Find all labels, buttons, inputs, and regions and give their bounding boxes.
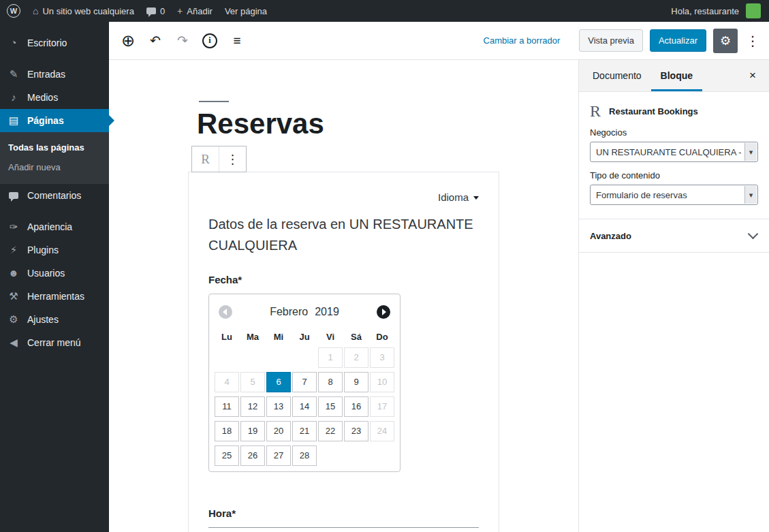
- calendar-day-21[interactable]: 21: [292, 421, 317, 441]
- comments-menu[interactable]: 0: [146, 6, 165, 16]
- home-icon: ⌂: [33, 5, 38, 16]
- sidebar-item-label: Medios: [27, 91, 58, 104]
- view-page-menu[interactable]: Ver página: [225, 6, 267, 16]
- weekday-label: Vi: [318, 330, 343, 345]
- sidebar-item-herramientas[interactable]: ⚒Herramientas: [0, 285, 109, 308]
- update-button[interactable]: Actualizar: [650, 29, 706, 52]
- select-negocios[interactable]: UN RESTAURANTE CUALQUIERA - C▾: [590, 142, 758, 162]
- select-value: UN RESTAURANTE CUALQUIERA - C: [596, 147, 741, 157]
- calendar-day-6[interactable]: 6: [266, 372, 291, 392]
- block-card: R Restaurant Bookings: [590, 103, 758, 119]
- wordpress-menu[interactable]: W: [7, 4, 20, 18]
- pin-icon: ✎: [7, 68, 20, 80]
- calendar-day-25[interactable]: 25: [215, 445, 239, 466]
- calendar-day-12[interactable]: 12: [240, 396, 265, 417]
- calendar-day-11[interactable]: 11: [215, 396, 239, 417]
- sidebar-item-label: Entradas: [27, 68, 65, 80]
- calendar-day-28[interactable]: 28: [292, 445, 317, 466]
- weekday-label: Mi: [266, 330, 291, 345]
- calendar-empty-cell: [266, 347, 291, 368]
- submenu-item-todas-las-paginas[interactable]: Todas las páginas: [0, 138, 109, 157]
- block-card-title: Restaurant Bookings: [609, 106, 698, 116]
- comments-count: 0: [160, 6, 165, 16]
- wordpress-logo-icon: W: [7, 4, 20, 18]
- sidebar-item-apariencia[interactable]: ✑Apariencia: [0, 215, 109, 238]
- content-structure-button[interactable]: i: [198, 29, 222, 53]
- site-name-label: Un sitio web cualquiera: [42, 6, 134, 16]
- sidebar-item-paginas[interactable]: ▤Páginas: [0, 109, 109, 132]
- calendar-day-27[interactable]: 27: [266, 445, 291, 466]
- tab-bloque[interactable]: Bloque: [651, 60, 702, 91]
- calendar-day-10: 10: [370, 372, 394, 392]
- calendar-grid: 1234567891011121314151617181920212223242…: [215, 347, 394, 466]
- sidebar-item-cerrar-menu[interactable]: ◀Cerrar menú: [0, 331, 109, 354]
- redo-button[interactable]: ↷: [170, 29, 195, 53]
- calendar-day-19[interactable]: 19: [240, 421, 265, 441]
- sidebar-item-escritorio[interactable]: ◔Escritorio: [0, 31, 109, 54]
- weekday-label: Ju: [292, 330, 317, 345]
- next-month-button[interactable]: [377, 305, 390, 319]
- calendar-empty-cell: [370, 445, 394, 466]
- undo-button[interactable]: ↶: [143, 29, 168, 53]
- calendar-empty-cell: [318, 445, 343, 466]
- calendar-day-5: 5: [240, 372, 265, 392]
- new-content-menu[interactable]: + Añadir: [177, 5, 213, 16]
- site-name-menu[interactable]: ⌂ Un sitio web cualquiera: [33, 5, 134, 16]
- calendar-day-13[interactable]: 13: [266, 396, 291, 417]
- select-tipo-de-contenido[interactable]: Formulario de reservas▾: [590, 185, 758, 205]
- sidebar-item-comentarios[interactable]: Comentarios: [0, 184, 109, 207]
- block-settings-fields: NegociosUN RESTAURANTE CUALQUIERA - C▾Ti…: [590, 127, 758, 205]
- title-separator: [199, 101, 229, 102]
- calendar-header: Febrero 2019: [215, 300, 394, 322]
- add-block-button[interactable]: ⊕: [116, 29, 140, 53]
- calendar-day-20[interactable]: 20: [266, 421, 291, 441]
- calendar-empty-cell: [292, 347, 317, 368]
- language-dropdown[interactable]: Idioma: [438, 191, 479, 203]
- account-menu[interactable]: Hola, restaurante: [671, 3, 761, 18]
- time-input[interactable]: [208, 527, 479, 528]
- settings-toggle-button[interactable]: ⚙: [713, 29, 738, 53]
- settings-tabs-bar: DocumentoBloque ×: [579, 60, 769, 92]
- switch-to-draft-link[interactable]: Cambiar a borrador: [484, 35, 561, 46]
- advanced-section-toggle[interactable]: Avanzado: [579, 219, 769, 253]
- kebab-icon: ⋮: [227, 152, 239, 167]
- calendar-day-26[interactable]: 26: [240, 445, 265, 466]
- collapse-icon: ◀: [7, 337, 20, 349]
- dashboard-icon: ◔: [7, 37, 20, 49]
- admin-bar-right: Hola, restaurante: [671, 3, 761, 18]
- calendar-day-9[interactable]: 9: [344, 372, 368, 392]
- required-mark: *: [232, 507, 236, 519]
- time-field-label: Hora*: [208, 507, 479, 519]
- calendar-day-14[interactable]: 14: [292, 396, 317, 417]
- calendar-empty-cell: [240, 347, 265, 368]
- sidebar-item-entradas[interactable]: ✎Entradas: [0, 63, 109, 86]
- block-navigation-button[interactable]: ≡: [225, 29, 249, 53]
- calendar-day-18[interactable]: 18: [215, 421, 239, 441]
- pages-icon: ▤: [7, 114, 20, 127]
- weekday-label: Ma: [240, 330, 265, 345]
- tab-documento[interactable]: Documento: [583, 60, 651, 91]
- calendar-day-8[interactable]: 8: [318, 372, 343, 392]
- calendar-day-16[interactable]: 16: [344, 396, 368, 417]
- prev-month-button[interactable]: [219, 305, 232, 319]
- page-title[interactable]: Reservas: [197, 108, 324, 140]
- more-tools-button[interactable]: ⋮: [744, 33, 761, 49]
- sidebar-item-medios[interactable]: ♪Medios: [0, 86, 109, 109]
- appearance-icon: ✑: [7, 221, 20, 233]
- submenu-item-anadir-nueva[interactable]: Añadir nueva: [0, 157, 109, 177]
- block-options-button[interactable]: ⋮: [219, 146, 246, 172]
- sidebar-item-ajustes[interactable]: ⚙Ajustes: [0, 308, 109, 331]
- admin-bar-left: W ⌂ Un sitio web cualquiera 0 + Añadir V…: [7, 4, 267, 18]
- calendar-day-22[interactable]: 22: [318, 421, 343, 441]
- form-heading: Datos de la reserva en UN RESTAURANTE CU…: [208, 214, 479, 256]
- calendar-month: Febrero: [270, 306, 308, 318]
- calendar-day-15[interactable]: 15: [318, 396, 343, 417]
- sidebar-item-plugins[interactable]: ⚡Plugins: [0, 238, 109, 262]
- calendar-day-7[interactable]: 7: [292, 372, 317, 392]
- booking-form-block[interactable]: Idioma Datos de la reserva en UN RESTAUR…: [188, 172, 499, 532]
- block-type-button[interactable]: R: [192, 146, 219, 172]
- sidebar-item-usuarios[interactable]: ☻Usuarios: [0, 262, 109, 285]
- close-settings-button[interactable]: ×: [736, 60, 769, 91]
- calendar-day-23[interactable]: 23: [344, 421, 368, 441]
- preview-button[interactable]: Vista previa: [579, 29, 643, 52]
